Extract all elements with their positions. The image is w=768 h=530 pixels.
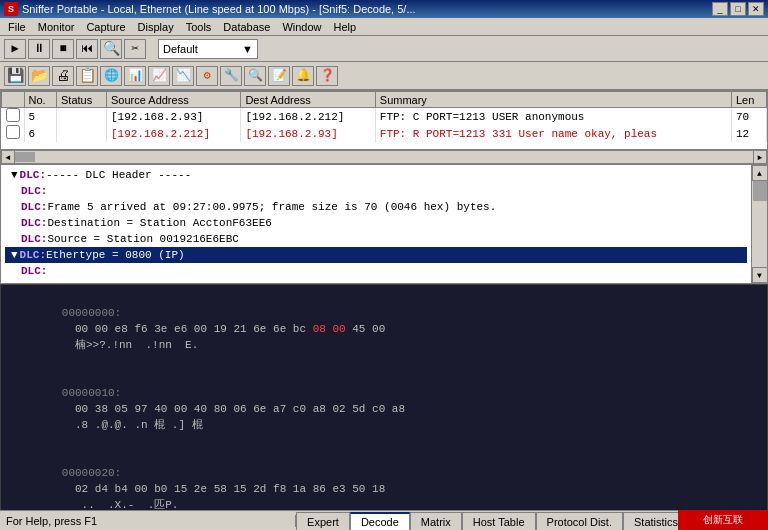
menu-help[interactable]: Help [328, 20, 363, 34]
dlc-label-5: DLC: [21, 233, 47, 245]
close-button[interactable]: ✕ [748, 2, 764, 16]
dlc-text-1: ----- DLC Header ----- [46, 169, 191, 181]
vscroll-up-arrow[interactable]: ▲ [752, 165, 768, 181]
stop-button[interactable]: ■ [52, 39, 74, 59]
row-checkbox-1[interactable] [6, 108, 20, 122]
window-title: Sniffer Portable - Local, Ethernet (Line… [22, 3, 416, 15]
dlc-text-3: Frame 5 arrived at 09:27:00.9975; frame … [47, 201, 496, 213]
col-checkbox [2, 92, 25, 108]
col-dst: Dest Address [241, 92, 375, 108]
decode-line-7[interactable]: DLC: [5, 263, 747, 279]
hscroll-thumb[interactable] [15, 152, 35, 162]
menu-bar: File Monitor Capture Display Tools Datab… [0, 18, 768, 36]
tb2-btn-3[interactable]: 🖨 [52, 66, 74, 86]
tb2-btn-9[interactable]: ⚙ [196, 66, 218, 86]
tb2-btn-11[interactable]: 🔍 [244, 66, 266, 86]
tb2-btn-12[interactable]: 📝 [268, 66, 290, 86]
tb2-btn-6[interactable]: 📊 [124, 66, 146, 86]
vscroll-track[interactable] [753, 181, 767, 267]
decode-line-4[interactable]: DLC: Destination = Station AcctonF63EE6 [5, 215, 747, 231]
maximize-button[interactable]: □ [730, 2, 746, 16]
packet-table: No. Status Source Address Dest Address S… [1, 91, 767, 142]
packet-table-container: No. Status Source Address Dest Address S… [0, 90, 768, 150]
tb2-btn-4[interactable]: 📋 [76, 66, 98, 86]
play-button[interactable]: ▶ [4, 39, 26, 59]
table-row[interactable]: 6 [192.168.2.212] [192.168.2.93] FTP: R … [2, 125, 767, 142]
tab-decode[interactable]: Decode [350, 512, 410, 530]
decode-panel: ▼ DLC: ----- DLC Header ----- DLC: DLC: … [0, 164, 768, 284]
pkt-dst-1: [192.168.2.212] [241, 108, 375, 126]
tb2-btn-2[interactable]: 📂 [28, 66, 50, 86]
tb2-btn-8[interactable]: 📉 [172, 66, 194, 86]
tb2-btn-5[interactable]: 🌐 [100, 66, 122, 86]
pkt-len-1: 70 [732, 108, 767, 126]
menu-window[interactable]: Window [276, 20, 327, 34]
tb2-btn-7[interactable]: 📈 [148, 66, 170, 86]
dlc-label-3: DLC: [21, 201, 47, 213]
pause-button[interactable]: ⏸ [28, 39, 50, 59]
row-checkbox-2[interactable] [6, 125, 20, 139]
decode-line-5[interactable]: DLC: Source = Station 0019216E6EBC [5, 231, 747, 247]
pkt-src-1: [192.168.2.93] [107, 108, 241, 126]
tb2-btn-1[interactable]: 💾 [4, 66, 26, 86]
dlc-text-6: Ethertype = 0800 (IP) [46, 249, 185, 261]
vscroll-thumb[interactable] [753, 181, 767, 201]
pkt-len-2: 12 [732, 125, 767, 142]
pkt-summary-2: FTP: R PORT=1213 331 User name okay, ple… [375, 125, 731, 142]
pkt-no-2: 6 [24, 125, 57, 142]
hscroll-left-arrow[interactable]: ◄ [1, 150, 15, 164]
pkt-dst-2: [192.168.2.93] [241, 125, 375, 142]
dlc-label-4: DLC: [21, 217, 47, 229]
col-status: Status [57, 92, 107, 108]
decode-line-6[interactable]: ▼ DLC: Ethertype = 0800 (IP) [5, 247, 747, 263]
cut-button[interactable]: ✂ [124, 39, 146, 59]
rewind-button[interactable]: ⏮ [76, 39, 98, 59]
tab-protocol-dist[interactable]: Protocol Dist. [536, 512, 623, 530]
hex-dump-panel: 00000000: 00 00 e8 f6 3e e6 00 19 21 6e … [0, 284, 768, 530]
decode-line-3[interactable]: DLC: Frame 5 arrived at 09:27:00.9975; f… [5, 199, 747, 215]
menu-file[interactable]: File [2, 20, 32, 34]
status-tabs: Expert Decode Matrix Host Table Protocol… [296, 511, 689, 530]
menu-tools[interactable]: Tools [180, 20, 218, 34]
dlc-label-7: DLC: [21, 265, 47, 277]
col-len: Len [732, 92, 767, 108]
dlc-label-1: DLC: [20, 169, 46, 181]
decode-line-2[interactable]: DLC: [5, 183, 747, 199]
title-bar: S Sniffer Portable - Local, Ethernet (Li… [0, 0, 768, 18]
main-content: No. Status Source Address Dest Address S… [0, 90, 768, 530]
dlc-text-5: Source = Station 0019216E6EBC [47, 233, 238, 245]
table-row[interactable]: 5 [192.168.2.93] [192.168.2.212] FTP: C … [2, 108, 767, 126]
decode-line-1[interactable]: ▼ DLC: ----- DLC Header ----- [5, 167, 747, 183]
menu-display[interactable]: Display [132, 20, 180, 34]
profile-dropdown[interactable]: Default ▼ [158, 39, 258, 59]
tb2-btn-14[interactable]: ❓ [316, 66, 338, 86]
tab-host-table[interactable]: Host Table [462, 512, 536, 530]
pkt-status-1 [57, 108, 107, 126]
app-icon: S [4, 2, 18, 16]
decode-vscrollbar[interactable]: ▲ ▼ [751, 165, 767, 283]
tab-matrix[interactable]: Matrix [410, 512, 462, 530]
tb2-btn-13[interactable]: 🔔 [292, 66, 314, 86]
hscroll-right-arrow[interactable]: ► [753, 150, 767, 164]
search-button[interactable]: 🔍 [100, 39, 122, 59]
col-src: Source Address [107, 92, 241, 108]
menu-capture[interactable]: Capture [80, 20, 131, 34]
dlc-label-2: DLC: [21, 185, 47, 197]
menu-monitor[interactable]: Monitor [32, 20, 81, 34]
vscroll-down-arrow[interactable]: ▼ [752, 267, 768, 283]
pkt-status-2 [57, 125, 107, 142]
horizontal-scrollbar[interactable]: ◄ ► [0, 150, 768, 164]
tb2-btn-10[interactable]: 🔧 [220, 66, 242, 86]
minimize-button[interactable]: _ [712, 2, 728, 16]
status-help-text: For Help, press F1 [0, 515, 296, 527]
tab-expert[interactable]: Expert [296, 512, 350, 530]
hscroll-track[interactable] [15, 152, 753, 162]
expand-icon-6: ▼ [11, 249, 18, 261]
dlc-text-4: Destination = Station AcctonF63EE6 [47, 217, 271, 229]
expand-icon-1: ▼ [11, 169, 18, 181]
menu-database[interactable]: Database [217, 20, 276, 34]
pkt-summary-1: FTP: C PORT=1213 USER anonymous [375, 108, 731, 126]
decode-content: ▼ DLC: ----- DLC Header ----- DLC: DLC: … [1, 165, 751, 283]
col-summary: Summary [375, 92, 731, 108]
toolbar2: 💾 📂 🖨 📋 🌐 📊 📈 📉 ⚙ 🔧 🔍 📝 🔔 ❓ [0, 62, 768, 90]
